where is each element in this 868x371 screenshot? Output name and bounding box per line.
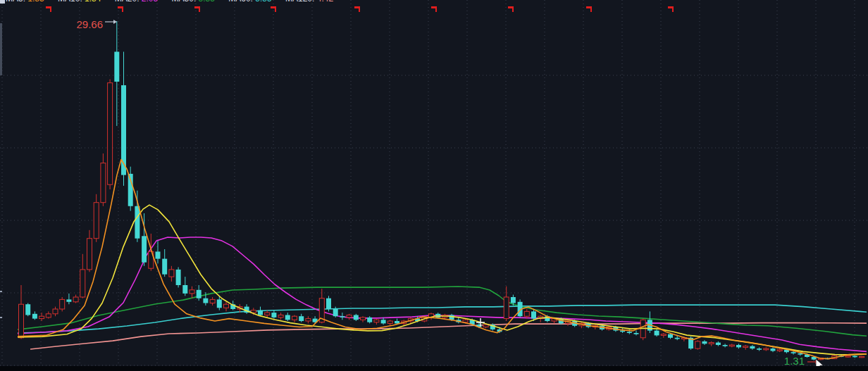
candle-down <box>655 331 659 336</box>
legend-item-ma120: MA120: 4.42 <box>285 0 333 4</box>
candle-down <box>333 309 338 316</box>
high-price-label: 29.66 <box>76 18 103 30</box>
candle-down <box>32 314 37 319</box>
kline-chart[interactable]: 29.661.31 <box>0 0 868 371</box>
legend-item-ma60: MA60: 5.35 <box>228 0 271 4</box>
candle-down <box>634 333 639 334</box>
candle-up <box>661 334 666 336</box>
candle-up <box>292 316 297 320</box>
candle-up <box>524 311 529 316</box>
event-flag-icon <box>354 6 360 12</box>
event-flag-icon <box>508 6 514 12</box>
event-flag-icon <box>46 6 51 12</box>
axis-tick <box>0 317 2 318</box>
candle-down <box>114 52 119 82</box>
event-flags <box>46 6 674 12</box>
candle-up <box>53 309 58 314</box>
candle-down <box>197 290 202 298</box>
candle-down <box>531 311 536 318</box>
candle-down <box>627 332 632 333</box>
candle-down <box>668 334 673 338</box>
candle-down <box>156 251 161 258</box>
candle-down <box>736 345 741 347</box>
candle-down <box>723 345 728 346</box>
candle-down <box>217 299 222 308</box>
candle-down <box>182 285 187 294</box>
candle-down <box>354 315 359 320</box>
candle-down <box>702 341 707 344</box>
candle-up <box>695 341 700 348</box>
candle-down <box>771 348 776 351</box>
candle-up <box>94 203 99 239</box>
candle-up <box>374 320 379 322</box>
candle-up <box>777 350 782 351</box>
candle-up <box>46 314 51 317</box>
event-flag-icon <box>668 6 674 12</box>
candle-down <box>135 206 140 239</box>
candle-up <box>101 163 106 203</box>
candle-up <box>108 83 113 185</box>
candle-down <box>675 338 680 339</box>
candle-up <box>347 315 352 317</box>
candle-up <box>709 343 714 344</box>
candle-up <box>60 299 65 309</box>
candle-up <box>729 345 734 346</box>
candle-up <box>224 304 229 308</box>
candle-down <box>340 316 345 317</box>
corner-ui-fragment <box>0 0 5 4</box>
legend-item-ma10: MA10: 1.84 <box>58 0 101 4</box>
candle-up <box>504 297 509 319</box>
candle-up <box>764 348 769 350</box>
candle-down <box>299 316 304 321</box>
candle-down <box>203 298 208 303</box>
legend-item-ma20: MA20: 2.05 <box>115 0 158 4</box>
candle-up <box>483 325 488 327</box>
candle-down <box>326 298 331 309</box>
candle-down <box>791 352 796 353</box>
candle-down <box>271 313 276 317</box>
candle-up <box>463 320 468 322</box>
candle-up <box>169 270 174 277</box>
ma-legend: MA5: 1.85 MA10: 1.84 MA20: 2.05 MA30: 3.… <box>6 0 345 4</box>
candle-down <box>395 321 399 323</box>
candle-down <box>367 317 372 322</box>
candle-up <box>265 313 270 315</box>
candle-up <box>19 304 24 338</box>
candle-down <box>142 236 147 262</box>
left-scrollbar[interactable] <box>0 23 2 75</box>
candle-down <box>716 343 721 345</box>
candle-down <box>450 315 454 320</box>
candle-up <box>361 317 366 320</box>
candle-down <box>852 356 857 358</box>
candle-down <box>381 320 386 323</box>
candle-up <box>388 321 392 323</box>
ma-line-ma30 <box>18 287 867 336</box>
legend-item-ma5: MA5: 1.85 <box>6 0 44 4</box>
candle-up <box>860 356 864 358</box>
stock-chart-app: 29.661.31 MA5: 1.85 MA10: 1.84 MA20: 2.0… <box>0 0 868 371</box>
candle-up <box>39 316 44 318</box>
candle-up <box>210 299 215 303</box>
candle-up <box>73 297 78 302</box>
candle-up <box>278 315 283 317</box>
candles-layer <box>19 21 864 360</box>
candle-up <box>190 290 194 294</box>
candle-down <box>757 348 762 350</box>
bottom-axis-strip <box>0 366 868 371</box>
candle-up <box>87 239 92 270</box>
event-flag-icon <box>586 6 592 12</box>
candle-down <box>750 346 755 348</box>
candle-up <box>80 270 85 297</box>
candle-up <box>306 319 311 321</box>
axis-tick <box>0 291 2 292</box>
candle-down <box>511 297 516 303</box>
candle-up <box>845 356 850 358</box>
candle-down <box>620 331 625 332</box>
candle-down <box>258 310 263 315</box>
high-arrow-icon <box>113 20 117 24</box>
candle-down <box>66 299 71 301</box>
candle-down <box>176 270 181 285</box>
candle-up <box>743 346 748 348</box>
candle-down <box>162 259 167 275</box>
candle-down <box>25 304 30 315</box>
